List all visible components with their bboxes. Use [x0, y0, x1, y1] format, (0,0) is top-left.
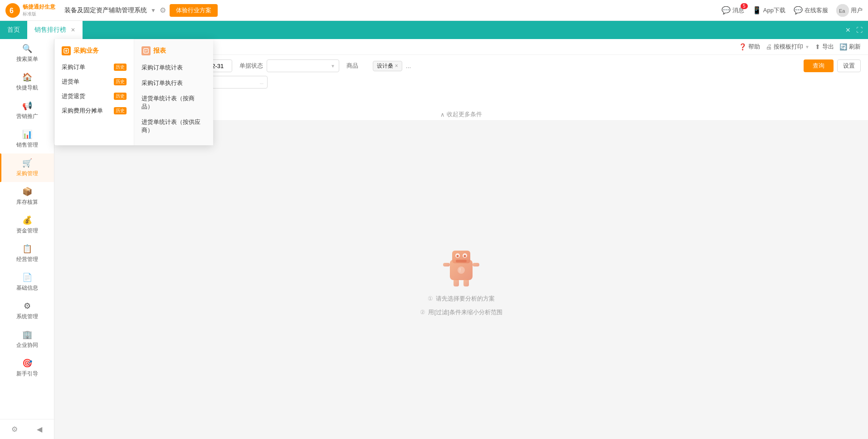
tab-sales-rank-label: 销售排行榜	[34, 26, 66, 34]
tab-home[interactable]: 首页	[0, 21, 27, 39]
dropdown-item-inbound-by-supplier[interactable]: 进货单统计表（按供应商）	[134, 114, 214, 138]
sidebar-collapse-btn[interactable]: ◀	[29, 423, 51, 435]
system-title-dropdown-btn[interactable]: ▼	[151, 7, 156, 14]
online-service-btn[interactable]: 💬 在线客服	[794, 6, 828, 15]
sidebar-item-finance-label: 资金管理	[16, 227, 38, 235]
help-label: 帮助	[748, 43, 760, 51]
purchase-icon: 🛒	[22, 158, 32, 168]
goods-dots[interactable]: ...	[406, 62, 411, 69]
svg-rect-10	[443, 263, 450, 266]
report-col-header: 报表	[134, 46, 214, 60]
svg-point-7	[457, 255, 459, 257]
purchase-col-title: 采购业务	[73, 47, 99, 55]
empty-illustration: !	[439, 244, 484, 289]
dropdown-item-expense[interactable]: 采购费用分摊单 历史	[54, 104, 134, 118]
user-btn[interactable]: Ea 用户	[836, 4, 863, 17]
notification-btn[interactable]: 💬 消息 5	[722, 6, 744, 15]
sidebar-item-quick-nav-label: 快捷导航	[16, 84, 38, 92]
refresh-label: 刷新	[849, 43, 861, 51]
sidebar-item-sales[interactable]: 📊 销售管理	[0, 125, 54, 153]
guide-icon: 🎯	[22, 358, 32, 368]
expense-history-badge: 历史	[114, 107, 127, 114]
logo-text: 畅捷通好生意 标准版	[23, 4, 55, 17]
svg-point-8	[464, 255, 466, 257]
app-download-btn[interactable]: 📱 App下载	[752, 6, 785, 15]
basic-info-icon: 📄	[22, 272, 32, 282]
user-label: 用户	[851, 6, 863, 15]
purchase-order-label: 采购订单	[62, 63, 85, 71]
tab-close-all-btn[interactable]: ✕	[844, 25, 853, 35]
empty-hint-1: ① 请先选择要分析的方案	[428, 295, 495, 303]
export-icon: ⬆	[815, 43, 820, 50]
purchase-col-header: 采购业务	[54, 46, 134, 60]
notification-count: 5	[741, 3, 748, 9]
system-settings-btn[interactable]: ⚙	[160, 6, 166, 15]
goods-tag-value: 设计桑	[377, 62, 393, 70]
goods-tag-remove[interactable]: ×	[395, 63, 398, 69]
help-btn[interactable]: ❓ 帮助	[739, 43, 760, 51]
svg-rect-19	[144, 49, 148, 53]
sidebar-item-basic-info[interactable]: 📄 基础信息	[0, 268, 54, 296]
dropdown-item-purchase-stat[interactable]: 采购订单统计表	[134, 60, 214, 75]
print-icon: 🖨	[766, 43, 772, 50]
inbound-history-badge: 历史	[114, 78, 127, 85]
empty-state: ! ① 请先选择要分析的方案 ② 用[过滤]条件来缩小分析范围	[54, 121, 868, 439]
tab-close-btn[interactable]: ✕	[71, 27, 75, 33]
sidebar-item-search[interactable]: 🔍 搜索菜单	[0, 39, 54, 68]
dropdown-item-purchase-order[interactable]: 采购订单 历史	[54, 60, 134, 74]
svg-rect-11	[473, 263, 479, 266]
sidebar-item-system[interactable]: ⚙ 系统管理	[0, 296, 54, 325]
tab-sales-rank[interactable]: 销售排行榜 ✕	[27, 21, 83, 39]
sidebar-item-operations-label: 经营管理	[16, 256, 38, 263]
sidebar-item-operations[interactable]: 📋 经营管理	[0, 239, 54, 268]
dropdown-item-return[interactable]: 进货退货 历史	[54, 89, 134, 104]
voucher-status-label: 单据状态	[239, 62, 263, 70]
industry-btn[interactable]: 体验行业方案	[170, 4, 218, 17]
sidebar-item-inventory[interactable]: 📦 库存核算	[0, 182, 54, 211]
sidebar-settings-btn[interactable]: ⚙	[4, 423, 25, 435]
report-col-icon	[141, 46, 151, 55]
app-download-label: App下载	[763, 6, 785, 15]
return-label: 进货退货	[62, 92, 85, 100]
dropdown-item-inbound-by-goods[interactable]: 进货单统计表（按商品）	[134, 91, 214, 114]
sidebar-item-guide-label: 新手引导	[16, 370, 38, 378]
header-right: 💬 消息 5 📱 App下载 💬 在线客服 Ea 用户	[722, 4, 863, 17]
sidebar-item-enterprise[interactable]: 🏢 企业协同	[0, 325, 54, 354]
return-history-badge: 历史	[114, 93, 127, 100]
export-btn[interactable]: ⬆ 导出	[815, 43, 834, 51]
logo-icon: 6	[5, 3, 20, 18]
logo-area: 6 畅捷通好生意 标准版	[5, 3, 60, 18]
search-menu-icon: 🔍	[22, 44, 32, 54]
online-service-label: 在线客服	[805, 6, 828, 15]
right-action-btns: 查询 设置	[804, 59, 861, 72]
print-btn[interactable]: 🖨 按模板打印 ▼	[766, 43, 809, 51]
sidebar-item-quick-nav[interactable]: 🏠 快捷导航	[0, 68, 54, 96]
print-label: 按模板打印	[774, 43, 803, 51]
marketing-icon: 📢	[22, 101, 32, 111]
purchase-col: 采购业务 采购订单 历史 进货单 历史 进货退货 历史 采购费用分摊单 历史	[54, 39, 134, 145]
voucher-status-select[interactable]: ▼	[267, 59, 339, 72]
sidebar-item-marketing[interactable]: 📢 营销推广	[0, 96, 54, 125]
sidebar-item-guide[interactable]: 🎯 新手引导	[0, 354, 54, 382]
print-dropdown-icon[interactable]: ▼	[805, 44, 809, 49]
goods-filter-group: 商品 设计桑 × ...	[346, 61, 411, 71]
dropdown-item-inbound[interactable]: 进货单 历史	[54, 74, 134, 89]
settings-outline-btn[interactable]: 设置	[837, 59, 861, 72]
system-icon: ⚙	[24, 301, 31, 311]
voucher-status-caret: ▼	[331, 64, 335, 69]
query-btn[interactable]: 查询	[804, 59, 834, 72]
svg-text:Ea: Ea	[839, 8, 845, 14]
tab-expand-btn[interactable]: ⛶	[854, 25, 864, 35]
brand-name: 畅捷通好生意	[23, 4, 55, 11]
svg-point-14	[458, 266, 465, 274]
goods-tag[interactable]: 设计桑 ×	[373, 61, 402, 71]
sidebar-item-purchase[interactable]: 🛒 采购管理	[0, 153, 54, 182]
svg-rect-12	[454, 279, 459, 286]
sidebar-item-finance[interactable]: 💰 资金管理	[0, 211, 54, 239]
dropdown-item-purchase-exec[interactable]: 采购订单执行表	[134, 75, 214, 91]
empty-hint-2: ② 用[过滤]条件来缩小分析范围	[420, 308, 502, 316]
refresh-btn[interactable]: 🔄 刷新	[839, 43, 861, 51]
sales-icon: 📊	[22, 129, 32, 139]
inbound-label: 进货单	[62, 78, 79, 86]
svg-rect-9	[456, 260, 467, 262]
